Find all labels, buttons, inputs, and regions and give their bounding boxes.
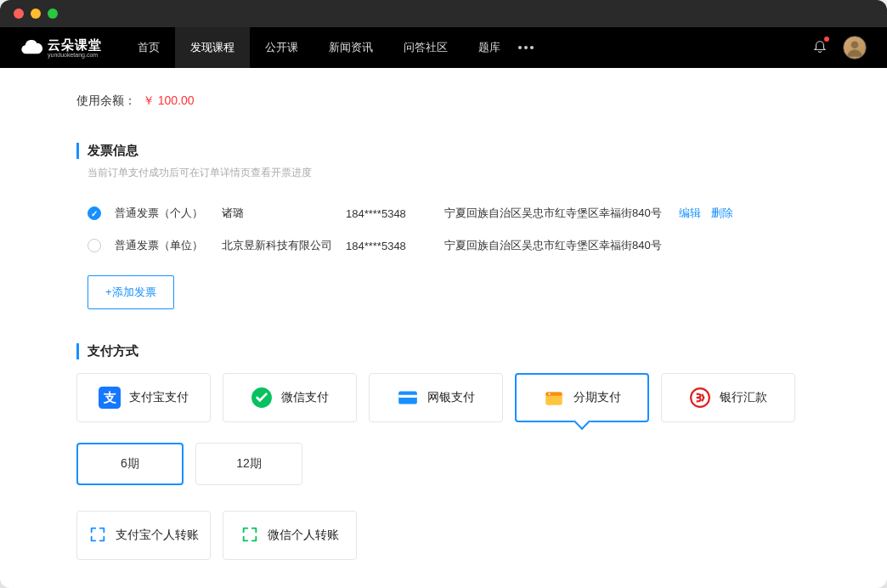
nav-item-3[interactable]: 新闻资讯 [314,27,388,68]
invoice-name: 北京昱新科技有限公司 [222,238,332,253]
svg-point-0 [851,41,859,48]
close-dot[interactable] [14,8,24,19]
nav-right [812,36,867,59]
logo-sub: yunduoketang.com [48,52,102,58]
invoice-phone: 184****5348 [346,207,431,220]
period-card[interactable]: 12期 [195,443,302,485]
titlebar [0,0,887,27]
balance-label: 使用余额： [76,93,136,107]
invoice-address: 宁夏回族自治区吴忠市红寺堡区幸福街840号 [444,238,665,253]
payment-icon [397,387,419,409]
avatar[interactable] [843,36,867,59]
nav-items: 首页发现课程公开课新闻资讯问答社区题库 [122,27,516,68]
payment-section-title: 支付方式 [76,343,811,359]
payment-method-label: 分期支付 [573,390,621,405]
bell-icon[interactable] [812,38,828,57]
payment-method-card[interactable]: 分期支付 [515,373,649,422]
delete-link[interactable]: 删除 [711,206,733,221]
invoice-section-title: 发票信息 [76,143,811,159]
invoice-radio[interactable] [88,239,101,252]
payment-icon [689,387,711,409]
period-card[interactable]: 6期 [76,443,184,485]
scan-icon [240,525,259,546]
svg-point-8 [549,393,551,395]
invoice-address: 宁夏回族自治区吴忠市红寺堡区幸福街840号 [444,206,665,221]
app-window: 云朵课堂 yunduoketang.com 首页发现课程公开课新闻资讯问答社区题… [0,0,887,588]
nav-item-0[interactable]: 首页 [122,27,175,68]
invoice-row: 普通发票（单位）北京昱新科技有限公司184****5348宁夏回族自治区吴忠市红… [76,229,811,262]
svg-rect-7 [545,393,562,396]
invoice-name: 诸璐 [222,206,332,221]
invoice-radio[interactable] [88,206,101,220]
nav-item-4[interactable]: 问答社区 [388,27,463,68]
minimize-dot[interactable] [31,8,41,19]
transfer-card[interactable]: 支付宝个人转账 [76,511,211,560]
transfer-options: 支付宝个人转账微信个人转账 [76,511,811,560]
payment-method-card[interactable]: 银行汇款 [661,373,795,422]
invoice-list: 普通发票（个人）诸璐184****5348宁夏回族自治区吴忠市红寺堡区幸福街84… [76,197,811,262]
maximize-dot[interactable] [48,8,58,19]
payment-method-label: 微信支付 [281,390,329,405]
payment-icon [251,387,273,409]
invoice-actions: 编辑删除 [679,206,733,221]
payment-method-label: 支付宝支付 [129,390,189,405]
logo[interactable]: 云朵课堂 yunduoketang.com [20,37,102,59]
invoice-section-desc: 当前订单支付成功后可在订单详情页查看开票进度 [76,166,811,180]
scan-icon [88,525,107,546]
payment-icon [543,387,565,409]
svg-text:支: 支 [103,390,116,404]
payment-method-label: 银行汇款 [720,390,767,405]
transfer-card[interactable]: 微信个人转账 [223,511,357,560]
balance-value: ￥ 100.00 [143,93,195,107]
cloud-icon [20,37,42,59]
transfer-label: 支付宝个人转账 [116,528,199,543]
balance-row: 使用余额： ￥ 100.00 [76,93,811,109]
payment-method-card[interactable]: 微信支付 [223,373,357,422]
installment-periods: 6期12期 [76,443,811,485]
payment-method-card[interactable]: 网银支付 [369,373,503,422]
svg-rect-5 [398,395,417,398]
invoice-phone: 184****5348 [346,240,431,252]
payment-icon: 支 [99,387,121,409]
nav-item-1[interactable]: 发现课程 [175,27,250,68]
content: 使用余额： ￥ 100.00 发票信息 当前订单支付成功后可在订单详情页查看开票… [0,68,887,588]
payment-method-card[interactable]: 支支付宝支付 [76,373,211,422]
add-invoice-button[interactable]: +添加发票 [88,275,174,309]
nav-more-icon[interactable] [516,46,536,49]
invoice-type: 普通发票（个人） [115,206,208,221]
invoice-type: 普通发票（单位） [115,238,208,253]
invoice-row: 普通发票（个人）诸璐184****5348宁夏回族自治区吴忠市红寺堡区幸福街84… [76,197,811,229]
edit-link[interactable]: 编辑 [679,206,701,221]
payment-method-label: 网银支付 [427,390,475,405]
payment-methods: 支支付宝支付微信支付网银支付分期支付银行汇款 [76,373,811,422]
transfer-label: 微信个人转账 [268,528,339,543]
nav-item-2[interactable]: 公开课 [250,27,314,68]
notification-badge [824,37,829,42]
navbar: 云朵课堂 yunduoketang.com 首页发现课程公开课新闻资讯问答社区题… [0,27,887,68]
nav-item-5[interactable]: 题库 [463,27,516,68]
